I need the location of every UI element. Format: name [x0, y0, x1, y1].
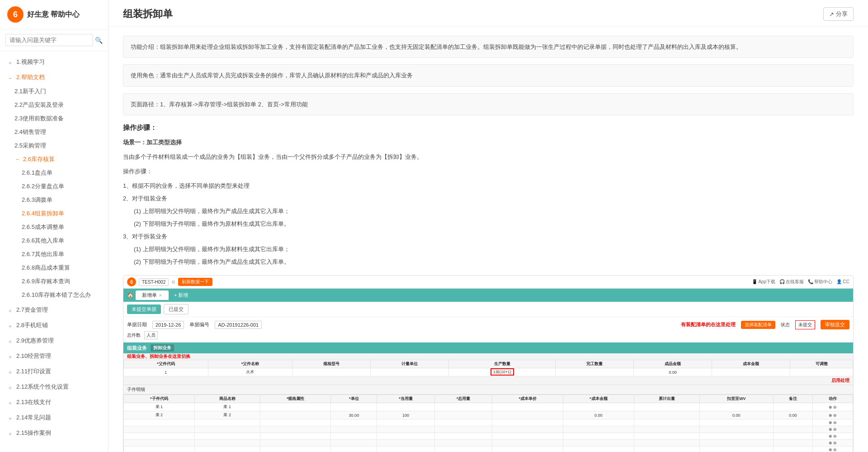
- mock-upper-section: 组装业务 拆卸业务 组装业务、拆卸业务在这里切换: [123, 343, 853, 360]
- mock-lower-cell-1-9: 0.00: [699, 411, 773, 419]
- sidebar-item-transfer[interactable]: 2.6.3调拨单: [22, 193, 108, 207]
- mock-upper-th-3: 计量单位: [371, 360, 449, 368]
- mock-btn-committed[interactable]: 已提交: [164, 304, 189, 314]
- sidebar-item-cases[interactable]: ＋ 2.15操作案例: [0, 426, 108, 440]
- mock-upper-table-el: *父件代码 *父件名称 规格型号 计量单位 生产数量 完工数量 成品金额 成本金…: [123, 360, 853, 376]
- step-2-sub1: (1) 上部明细为父件明细，最终作为产成品生成其它入库单；: [123, 205, 854, 217]
- nav-section-customize: ＋ 2.12系统个性化设置: [0, 380, 108, 394]
- mock-lower-table-el: *子件代码 商品名称 *规格属性 *单位 *当用量 *总用量 *成本单价 *成本…: [123, 395, 853, 452]
- nav-subsection-inventory: － 2.6库存核算 2.6.1盘点单 2.6.2分量盘点单 2.6.3调拨单 2…: [14, 152, 108, 302]
- main-content: 功能介绍：组装拆卸单用来处理企业组装或拆卸等加工业务，支持有固定装配清单的产品加…: [108, 27, 868, 452]
- step-3-sub2-text: (2) 下部明细为子件明细，最终作为产成品生成其它入库单。: [134, 258, 290, 265]
- sidebar-item-install[interactable]: 2.2产品安装及登录: [14, 98, 108, 112]
- sidebar-item-stocktake[interactable]: 2.6.1盘点单: [22, 166, 108, 180]
- sidebar-item-customize[interactable]: ＋ 2.12系统个性化设置: [0, 380, 108, 394]
- sidebar-item-partial-stocktake[interactable]: 2.6.2分量盘点单: [22, 180, 108, 193]
- mock-upper-cell-0-8: [790, 368, 853, 376]
- mock-lower-cell-0-9: [699, 403, 773, 411]
- sidebar-item-coupon[interactable]: ＋ 2.9优惠券管理: [0, 333, 108, 348]
- mock-upper-cell-0-0: 1: [124, 368, 208, 376]
- sidebar-item-newbie[interactable]: 2.1新手入门: [14, 85, 108, 98]
- step-2-text: 对于组装业务: [132, 195, 167, 202]
- sidebar-item-label-payment: 2.13在线支付: [16, 398, 51, 406]
- sidebar-search-bar: 🔍: [0, 29, 108, 51]
- sidebar-item-sales[interactable]: 2.4销售管理: [14, 125, 108, 139]
- sidebar-item-ops[interactable]: ＋ 2.10经营管理: [0, 349, 108, 363]
- mock-upper-th-7: 成本金额: [712, 360, 790, 368]
- mock-select-bom-btn[interactable]: 选择装配清单: [741, 321, 775, 329]
- mock-lower-cell-1-1: 果 2: [194, 411, 260, 419]
- sidebar-item-label-faq: 2.14常见问题: [16, 414, 51, 422]
- sidebar-item-label-print: 2.11打印设置: [16, 367, 51, 376]
- step-3-sub1: (1) 上部明细为父件明细，最终作为原材料生成其它出库单；: [123, 243, 854, 255]
- mock-lower-cell-1-3: 30.00: [331, 411, 377, 419]
- sidebar-item-mobile[interactable]: ＋ 2.8手机旺铺: [0, 318, 108, 333]
- sidebar-item-inventory-ledger[interactable]: 2.6.9库存账本查询: [22, 275, 108, 288]
- mock-field-count-label: 总件数: [127, 332, 141, 338]
- search-input[interactable]: [5, 34, 93, 46]
- mock-btn-uncommitted[interactable]: 未提交单据: [127, 305, 161, 314]
- mock-upper-cell-0-2: [292, 368, 371, 376]
- mock-refresh-btn[interactable]: 刷新数据一下: [178, 278, 212, 286]
- mock-lower-th-3: *单位: [331, 395, 377, 403]
- sidebar-item-other-out[interactable]: 2.6.7其他出库单: [22, 247, 108, 261]
- nav-section-videos: ＋ 1.视频学习: [0, 55, 108, 69]
- mock-upper-row-0: 1 火术 1块(10+1) 0.00: [124, 368, 853, 376]
- mock-submit-btn[interactable]: 审核提交: [821, 320, 849, 329]
- mock-tab-add[interactable]: + 新增: [170, 290, 192, 300]
- mock-icons-right: 📱 App下载 🎧 在线客服 📞 帮助中心 👤 CC: [752, 279, 849, 285]
- main-header: 组装拆卸单 ↗ 分享: [108, 0, 868, 27]
- sidebar-item-other-in[interactable]: 2.6.6其他入库单: [22, 234, 108, 247]
- mock-lower-cell-0-0: 果 1: [124, 403, 195, 411]
- mock-lower-row-2: ⊕ ⊖: [124, 419, 853, 426]
- mock-qty-highlighted: 1块(10+1): [491, 368, 514, 376]
- step-1-text: 根据不同的业务，选择不同单据的类型来处理: [132, 182, 250, 189]
- mock-lower-table: *子件代码 商品名称 *规格属性 *单位 *当用量 *总用量 *成本单价 *成本…: [123, 395, 853, 452]
- nav-section-faq: ＋ 2.14常见问题: [0, 410, 108, 425]
- share-button[interactable]: ↗ 分享: [823, 7, 854, 21]
- share-icon: ↗: [829, 11, 834, 18]
- mock-lower-cell-0-6: [492, 403, 563, 411]
- step-2-sub2-text: (2) 下部明细为子件明细，最终作为原材料生成其它出库单。: [134, 220, 290, 227]
- sidebar-item-cost-adjust[interactable]: 2.6.5成本调整单: [22, 220, 108, 234]
- sidebar-item-label-finance: 2.7资金管理: [16, 306, 48, 314]
- sidebar-nav: ＋ 1.视频学习 － 2.帮助文档 2.1新手入门 2.2产品安装及登录 2.3…: [0, 51, 108, 452]
- sidebar-item-label-inventory: 2.6库存核算: [23, 155, 55, 163]
- scene1-desc: 当由多个子件材料组装成一个成品的业务为【组装】业务，当由一个父件拆分成多个子产品…: [123, 151, 854, 163]
- mock-lower-cell-0-7: [563, 403, 634, 411]
- sidebar-item-purchase[interactable]: 2.5采购管理: [14, 139, 108, 152]
- scene1-desc-text: 当由多个子件材料组装成一个成品的业务为【组装】业务，当由一个父件拆分成多个子产品…: [123, 153, 423, 160]
- step-2: 2、对于组装业务: [123, 193, 854, 205]
- sidebar-item-cost-recalc[interactable]: 2.6.8商品成本重算: [22, 261, 108, 275]
- nav-section-mobile: ＋ 2.8手机旺铺: [0, 318, 108, 333]
- nav-section-payment: ＋ 2.13在线支付: [0, 395, 108, 409]
- mock-tab-new[interactable]: 新增单 ✕: [136, 290, 169, 300]
- step-1-num: 1、: [123, 182, 132, 189]
- mock-date-label: 单据日期: [127, 321, 147, 328]
- nav-section-docs: － 2.帮助文档 2.1新手入门 2.2产品安装及登录 2.3使用前数据准备 2…: [0, 70, 108, 302]
- mock-lower-th-6: *成本单价: [492, 395, 563, 403]
- mock-upper-th-0: *父件代码: [124, 360, 208, 368]
- mock-lower-header: 子件明细: [123, 385, 853, 395]
- sidebar-item-inventory-error[interactable]: 2.6.10库存账本错了怎么办: [22, 288, 108, 302]
- sidebar-item-faq[interactable]: ＋ 2.14常见问题: [0, 410, 108, 425]
- mock-logo: 6: [127, 277, 136, 286]
- expand-icon-cases: ＋: [7, 430, 14, 436]
- sidebar-item-docs[interactable]: － 2.帮助文档: [0, 70, 108, 85]
- mock-lower-row-0: 果 1 果 1 ⊕ ⊖: [124, 403, 853, 411]
- nav-section-finance: ＋ 2.7资金管理: [0, 303, 108, 317]
- sidebar-item-print[interactable]: ＋ 2.11打印设置: [0, 364, 108, 379]
- mock-upper-th-4: 生产数量: [449, 360, 556, 368]
- sidebar-item-assembly[interactable]: 2.6.4组装拆卸单: [22, 207, 108, 220]
- sidebar-item-videos[interactable]: ＋ 1.视频学习: [0, 55, 108, 69]
- sidebar-item-prepare[interactable]: 2.3使用前数据准备: [14, 112, 108, 125]
- search-button[interactable]: 🔍: [95, 37, 103, 44]
- operations-title: 操作步骤：: [123, 124, 854, 132]
- sidebar-item-payment[interactable]: ＋ 2.13在线支付: [0, 395, 108, 409]
- mock-lower-cell-0-5: [434, 403, 492, 411]
- mock-form-row: 单据日期 2019-12-26 单据编号 AD-20191226-001 有装配…: [127, 320, 849, 329]
- minus-icon-inventory: －: [14, 155, 20, 163]
- expand-icon-videos: ＋: [7, 59, 14, 65]
- sidebar-item-finance[interactable]: ＋ 2.7资金管理: [0, 303, 108, 317]
- sidebar-item-inventory[interactable]: － 2.6库存核算: [14, 152, 108, 166]
